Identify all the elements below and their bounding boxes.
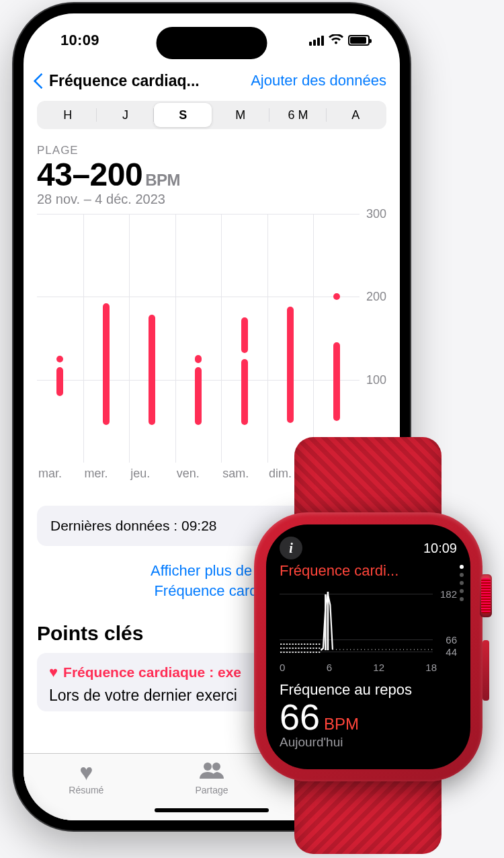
page-dot-2	[460, 573, 464, 577]
hr-range-bar	[149, 315, 155, 425]
watch-x-labels: 0 6 12 18	[280, 662, 457, 673]
watch-sparkline	[280, 586, 433, 660]
page-dot-3	[460, 581, 464, 585]
hr-range-bar	[195, 367, 202, 425]
watch-y-low: 44	[446, 646, 457, 657]
day-column[interactable]	[175, 214, 222, 463]
status-time: 10:09	[60, 32, 99, 49]
digital-crown[interactable]	[480, 574, 492, 617]
summary-date-range: 28 nov. – 4 déc. 2023	[37, 192, 386, 207]
watch-y-mid: 66	[446, 634, 457, 646]
wifi-icon	[329, 34, 343, 47]
info-icon[interactable]: i	[280, 537, 302, 559]
watch-value: 66	[280, 699, 320, 735]
time-range-segmented[interactable]: H J S M 6 M A	[37, 101, 386, 129]
latest-data-label: Dernières données : 09:28	[50, 518, 217, 534]
tab-summary[interactable]: ♥ Résumé	[24, 754, 149, 815]
watch-status-bar: i 10:09	[280, 537, 457, 559]
status-right	[309, 34, 370, 47]
watch-side-button[interactable]	[482, 640, 489, 701]
segment-m[interactable]: M	[212, 103, 269, 127]
segment-s[interactable]: S	[154, 103, 212, 127]
watch-x-0: 0	[280, 662, 285, 673]
page-title: Fréquence cardiaq...	[49, 72, 200, 90]
apple-watch: i 10:09 Fréquence cardi... 182 66 44	[235, 437, 501, 854]
hr-range-bar	[103, 303, 110, 425]
hr-range-bar	[56, 356, 63, 362]
watch-sublabel: Aujourd'hui	[280, 735, 457, 750]
nav-header: Fréquence cardiaq... Ajouter des données	[24, 67, 400, 97]
watch-case: i 10:09 Fréquence cardi... 182 66 44	[254, 512, 482, 781]
dynamic-island	[157, 27, 267, 59]
people-tab-icon	[198, 760, 225, 783]
day-label: ven.	[175, 467, 222, 490]
battery-icon	[348, 35, 370, 46]
day-column[interactable]	[313, 214, 360, 463]
highlight-item-title: Fréquence cardiaque : exe	[63, 664, 241, 680]
day-column[interactable]	[221, 214, 267, 463]
watch-unit: BPM	[324, 715, 359, 734]
day-column[interactable]	[37, 214, 83, 463]
hr-range-bar	[333, 293, 340, 300]
add-data-button[interactable]: Ajouter des données	[251, 72, 386, 89]
svg-point-1	[212, 763, 220, 771]
watch-value-row: 66 BPM	[280, 699, 457, 735]
tab-summary-label: Résumé	[69, 785, 103, 795]
hr-range-bar	[241, 317, 248, 353]
segment-h[interactable]: H	[39, 103, 97, 127]
watch-y-high: 182	[440, 588, 457, 600]
home-indicator[interactable]	[155, 808, 269, 812]
hr-range-bar	[287, 307, 294, 423]
summary-label: PLAGE	[37, 144, 386, 157]
hr-range-bar	[195, 355, 202, 363]
tab-sharing-label: Partage	[195, 785, 228, 795]
segment-6m[interactable]: 6 M	[269, 103, 327, 127]
summary-range: 43–200	[37, 157, 142, 192]
hr-range-bar	[333, 342, 340, 421]
watch-x-18: 18	[425, 662, 437, 673]
day-column[interactable]	[267, 214, 314, 463]
page-dots[interactable]	[460, 565, 464, 601]
day-label: jeu.	[129, 467, 175, 490]
segment-a[interactable]: A	[327, 103, 384, 127]
watch-time: 10:09	[423, 541, 457, 556]
watch-x-6: 6	[327, 662, 332, 673]
page-dot-4	[460, 589, 464, 593]
watch-screen[interactable]: i 10:09 Fréquence cardi... 182 66 44	[266, 524, 470, 769]
watch-app-title: Fréquence cardi...	[280, 562, 457, 580]
summary-value: 43–200BPM	[37, 156, 386, 193]
heart-tab-icon: ♥	[79, 760, 93, 783]
day-column[interactable]	[83, 214, 130, 463]
day-label: mer.	[83, 467, 130, 490]
back-button[interactable]	[32, 71, 46, 90]
y-axis-label: 200	[366, 290, 386, 304]
heart-icon: ♥	[49, 664, 58, 681]
y-axis-label: 300	[366, 207, 386, 221]
hr-range-bar	[241, 359, 248, 426]
watch-hr-chart: 182 66 44	[280, 586, 457, 660]
hr-range-bar	[56, 367, 63, 396]
cellular-icon	[309, 35, 324, 46]
svg-point-0	[204, 763, 212, 771]
segment-j[interactable]: J	[97, 103, 155, 127]
watch-band-top	[294, 437, 442, 524]
watch-x-12: 12	[373, 662, 384, 673]
y-axis-label: 100	[366, 373, 386, 387]
day-label: mar.	[37, 467, 83, 490]
day-column[interactable]	[129, 214, 175, 463]
page-dot-5	[460, 597, 464, 601]
summary-unit: BPM	[145, 171, 180, 189]
page-dot-1	[460, 565, 464, 569]
